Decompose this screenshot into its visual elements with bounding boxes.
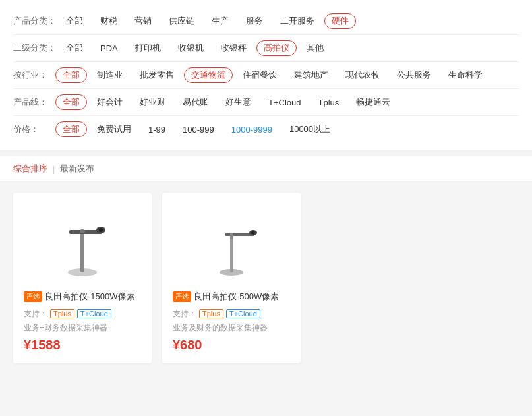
svg-point-5	[80, 229, 85, 233]
sub-all[interactable]: 全部	[59, 40, 90, 56]
product-name-1: 良田高拍仪-500W像素	[194, 290, 279, 303]
industry-transport[interactable]: 交通物流	[184, 67, 233, 83]
product-price-0: ¥1588	[24, 338, 141, 353]
sort-newest[interactable]: 最新发布	[60, 163, 94, 175]
price-1000-9999[interactable]: 1000-9999	[224, 123, 280, 136]
product-price-1: ¥680	[173, 338, 290, 353]
industry-agriculture[interactable]: 现代农牧	[338, 67, 387, 83]
sort-comprehensive[interactable]: 综合排序	[13, 163, 47, 175]
pl-haoshengyi[interactable]: 好生意	[218, 94, 258, 110]
sub-scale[interactable]: 收银秤	[214, 40, 254, 56]
category-yingxiao[interactable]: 营销	[127, 13, 159, 29]
svg-rect-1	[80, 233, 84, 272]
tag-tplus-0: Tplus	[50, 309, 74, 318]
product-desc-0: 业务+财务数据采集神器	[24, 322, 141, 334]
svg-point-4	[99, 228, 103, 232]
sub-pda[interactable]: PDA	[93, 42, 125, 55]
product-title-row-1: 严选 良田高拍仪-500W像素	[173, 290, 290, 303]
pl-tplus[interactable]: Tplus	[311, 96, 347, 109]
svg-rect-11	[230, 233, 233, 239]
tag-tcloud-1: T+Cloud	[226, 309, 260, 318]
pl-haoyecai[interactable]: 好业财	[133, 94, 173, 110]
support-row-1: 支持： Tplus T+Cloud	[173, 309, 290, 320]
price-10000up[interactable]: 10000以上	[282, 121, 338, 137]
pl-yidaizhang[interactable]: 易代账	[175, 94, 216, 110]
filter-panel: 产品分类： 全部 财税 营销 供应链 生产 服务 二开服务 硬件 二级分类： 全…	[0, 0, 532, 151]
industry-row: 按行业： 全部 制造业 批发零售 交通物流 住宿餐饮 建筑地产 现代农牧 公共服…	[13, 62, 519, 89]
price-100-999[interactable]: 100-999	[175, 123, 222, 136]
sub-other[interactable]: 其他	[299, 40, 331, 56]
scanner-icon-0	[56, 206, 109, 279]
productline-label: 产品线：	[13, 96, 53, 108]
svg-rect-7	[230, 236, 233, 272]
subcategory-label: 二级分类：	[13, 42, 56, 54]
sort-divider: |	[53, 164, 55, 174]
industry-lifescience[interactable]: 生命科学	[441, 67, 490, 83]
price-free[interactable]: 免费试用	[90, 121, 138, 137]
badge-yanxuan-0: 严选	[24, 291, 42, 302]
productline-row: 产品线： 全部 好会计 好业财 易代账 好生意 T+Cloud Tplus 畅捷…	[13, 89, 519, 116]
category-erkaifuwu[interactable]: 二开服务	[273, 13, 322, 29]
price-1-99[interactable]: 1-99	[141, 123, 173, 136]
support-label-0: 支持：	[24, 309, 47, 320]
price-all[interactable]: 全部	[55, 121, 87, 137]
product-image-0	[24, 203, 141, 282]
product-desc-1: 业务及财务的数据采集神器	[173, 322, 290, 334]
tag-tplus-1: Tplus	[199, 309, 223, 318]
industry-all[interactable]: 全部	[55, 67, 87, 83]
svg-point-10	[252, 231, 255, 235]
sort-bar: 综合排序 | 最新发布	[0, 156, 532, 182]
industry-realestate[interactable]: 建筑地产	[287, 67, 336, 83]
category-row: 产品分类： 全部 财税 营销 供应链 生产 服务 二开服务 硬件	[13, 8, 519, 35]
category-shengchan[interactable]: 生产	[204, 13, 236, 29]
product-name-0: 良田高拍仪-1500W像素	[45, 290, 135, 303]
product-title-row-0: 严选 良田高拍仪-1500W像素	[24, 290, 141, 303]
price-row: 价格： 全部 免费试用 1-99 100-999 1000-9999 10000…	[13, 116, 519, 142]
pl-changjietongyun[interactable]: 畅捷通云	[349, 94, 398, 110]
category-yingjian[interactable]: 硬件	[324, 13, 356, 29]
sub-cashier[interactable]: 收银机	[171, 40, 211, 56]
pl-all[interactable]: 全部	[55, 94, 87, 110]
tag-tcloud-0: T+Cloud	[77, 309, 111, 318]
sub-printer[interactable]: 打印机	[128, 40, 168, 56]
badge-yanxuan-1: 严选	[173, 291, 191, 302]
industry-label: 按行业：	[13, 69, 53, 81]
price-label: 价格：	[13, 123, 53, 135]
product-image-1	[173, 203, 290, 282]
sub-scanner[interactable]: 高拍仪	[256, 40, 297, 56]
category-gongyinglian[interactable]: 供应链	[162, 13, 202, 29]
product-card-1[interactable]: 严选 良田高拍仪-500W像素 支持： Tplus T+Cloud 业务及财务的…	[162, 193, 301, 363]
product-card-0[interactable]: 严选 良田高拍仪-1500W像素 支持： Tplus T+Cloud 业务+财务…	[13, 193, 152, 363]
support-label-1: 支持：	[173, 309, 196, 320]
support-row-0: 支持： Tplus T+Cloud	[24, 309, 141, 320]
subcategory-row: 二级分类： 全部 PDA 打印机 收银机 收银秤 高拍仪 其他	[13, 35, 519, 62]
scanner-icon-1	[205, 206, 258, 279]
category-fuwu[interactable]: 服务	[239, 13, 270, 29]
category-label: 产品分类：	[13, 15, 56, 27]
industry-wholesale[interactable]: 批发零售	[133, 67, 181, 83]
product-grid: 严选 良田高拍仪-1500W像素 支持： Tplus T+Cloud 业务+财务…	[0, 182, 532, 374]
industry-public[interactable]: 公共服务	[390, 67, 438, 83]
pl-tcloud[interactable]: T+Cloud	[261, 96, 309, 109]
category-caishui[interactable]: 财税	[93, 13, 125, 29]
industry-manufacturing[interactable]: 制造业	[90, 67, 130, 83]
industry-hospitality[interactable]: 住宿餐饮	[235, 67, 284, 83]
category-all[interactable]: 全部	[59, 13, 90, 29]
pl-haokuaiji[interactable]: 好会计	[90, 94, 130, 110]
